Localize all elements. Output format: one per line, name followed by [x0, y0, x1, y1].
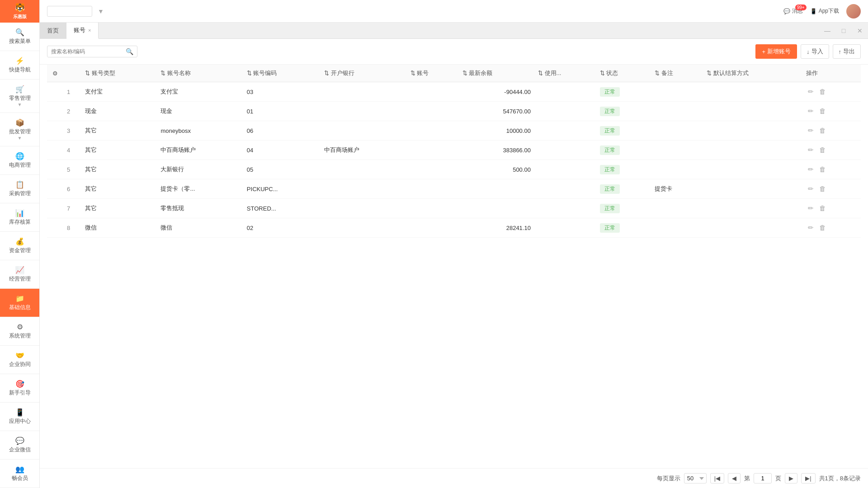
- sidebar-item-wholesale[interactable]: 📦 批发管理 ▼: [0, 113, 39, 146]
- table-row: 8 微信 微信 02 28241.10 正常 ✏ 🗑: [47, 218, 861, 238]
- col-bank[interactable]: ⇅ 开户银行: [321, 65, 406, 82]
- sidebar-item-operations[interactable]: 📈 经营管理: [0, 260, 39, 289]
- edit-btn[interactable]: ✏: [806, 87, 816, 97]
- tab-account[interactable]: 账号 ×: [66, 23, 99, 39]
- delete-btn[interactable]: 🗑: [817, 164, 828, 174]
- topbar-dropdown-icon[interactable]: ▼: [98, 8, 104, 15]
- sidebar-item-app-center[interactable]: 📱 应用中心: [0, 403, 39, 431]
- sidebar-item-shortcuts[interactable]: ⚡ 快捷导航: [0, 51, 39, 80]
- topbar-search-input[interactable]: [47, 6, 92, 17]
- delete-btn[interactable]: 🗑: [817, 126, 828, 135]
- add-account-btn[interactable]: + 新增账号: [755, 44, 797, 59]
- search-icon[interactable]: 🔍: [126, 48, 133, 55]
- col-status[interactable]: ⇅ 状态: [596, 65, 651, 82]
- edit-btn[interactable]: ✏: [806, 184, 816, 194]
- app-download-btn[interactable]: 📱 App下载: [810, 7, 839, 15]
- user-avatar[interactable]: [846, 4, 861, 19]
- last-page-btn[interactable]: ▶|: [801, 473, 815, 483]
- sidebar-item-search[interactable]: 🔍 搜索菜单: [0, 23, 39, 51]
- page-input[interactable]: [754, 473, 772, 483]
- edit-btn[interactable]: ✏: [806, 126, 816, 136]
- content-toolbar: 🔍 + 新增账号 ↓ 导入 ↑ 导出: [40, 39, 868, 65]
- delete-btn[interactable]: 🗑: [817, 106, 828, 116]
- delete-btn[interactable]: 🗑: [817, 87, 828, 96]
- sidebar-item-system[interactable]: ⚙ 系统管理: [0, 317, 39, 346]
- basic-info-icon: 📁: [2, 294, 38, 303]
- window-minimize-btn[interactable]: —: [819, 23, 835, 39]
- col-balance[interactable]: ⇅ 最新余额: [459, 65, 534, 82]
- row-code: 02: [243, 218, 321, 238]
- delete-btn[interactable]: 🗑: [817, 145, 828, 155]
- delete-btn[interactable]: 🗑: [817, 223, 828, 232]
- sidebar-item-label: 采购管理: [9, 190, 31, 197]
- prev-page-btn[interactable]: ◀: [728, 473, 741, 483]
- search-icon: 🔍: [2, 28, 38, 37]
- add-icon: +: [762, 48, 765, 55]
- col-account[interactable]: ⇅ 账号: [407, 65, 459, 82]
- row-account: [407, 199, 459, 218]
- message-icon: 💬: [783, 8, 790, 14]
- sidebar-item-label: 新手引导: [9, 389, 31, 396]
- window-maximize-btn[interactable]: □: [835, 23, 852, 39]
- enterprise-wechat-icon: 💬: [2, 436, 38, 445]
- sidebar-item-member[interactable]: 👥 畅会员: [0, 460, 39, 488]
- delete-btn[interactable]: 🗑: [817, 184, 828, 193]
- tab-close-btn[interactable]: ×: [88, 28, 91, 33]
- col-code[interactable]: ⇅ 账号编码: [243, 65, 321, 82]
- edit-btn[interactable]: ✏: [806, 223, 816, 233]
- row-status: 正常: [596, 121, 651, 141]
- search-input[interactable]: [51, 48, 126, 55]
- row-bank: 中百商场账户: [321, 141, 406, 160]
- sidebar-item-enterprise-wechat[interactable]: 💬 企业微信: [0, 431, 39, 460]
- system-icon: ⚙: [2, 323, 38, 331]
- sidebar-item-label: 经营管理: [9, 276, 31, 282]
- status-badge: 正常: [600, 107, 620, 116]
- message-btn[interactable]: 💬 消息 99+: [783, 7, 803, 15]
- export-btn[interactable]: ↑ 导出: [833, 44, 861, 59]
- import-btn[interactable]: ↓ 导入: [801, 44, 829, 59]
- sidebar-item-guide[interactable]: 🎯 新手引导: [0, 374, 39, 403]
- row-usage: [534, 179, 596, 199]
- row-account: [407, 218, 459, 238]
- total-records: 共1页，8条记录: [819, 474, 861, 483]
- sidebar-item-label: 资金管理: [9, 247, 31, 253]
- sidebar-item-inventory[interactable]: 📊 库存核算: [0, 203, 39, 232]
- export-icon: ↑: [839, 48, 842, 55]
- edit-btn[interactable]: ✏: [806, 145, 816, 155]
- col-note[interactable]: ⇅ 备注: [651, 65, 703, 82]
- edit-btn[interactable]: ✏: [806, 164, 816, 174]
- page-go-label: 页: [775, 474, 781, 483]
- row-index: 5: [63, 160, 81, 179]
- sidebar-item-basic-info[interactable]: 📁 基础信息: [0, 289, 39, 317]
- edit-btn[interactable]: ✏: [806, 203, 816, 213]
- tab-home[interactable]: 首页: [40, 23, 66, 39]
- sidebar-item-ecommerce[interactable]: 🌐 电商管理: [0, 146, 39, 175]
- col-name[interactable]: ⇅ 账号名称: [157, 65, 243, 82]
- row-name: 提货卡（零...: [157, 179, 243, 199]
- sidebar-item-collaboration[interactable]: 🤝 企业协同: [0, 346, 39, 374]
- row-default-settle: [703, 102, 802, 121]
- sidebar: 🐯 乐惠版 🔍 搜索菜单 ⚡ 快捷导航 🛒 零售管理 ▼ 📦 批发管理 ▼ 🌐 …: [0, 0, 40, 488]
- sidebar-item-retail[interactable]: 🛒 零售管理 ▼: [0, 80, 39, 113]
- next-page-btn[interactable]: ▶: [785, 473, 797, 483]
- row-type: 其它: [81, 121, 157, 141]
- table-row: 2 现金 现金 01 547670.00 正常 ✏ 🗑: [47, 102, 861, 121]
- first-page-btn[interactable]: |◀: [710, 473, 724, 483]
- col-gear[interactable]: ⚙: [47, 65, 63, 82]
- per-page-select[interactable]: 50 100 200: [684, 473, 707, 483]
- edit-btn[interactable]: ✏: [806, 106, 816, 116]
- status-badge: 正常: [600, 145, 620, 155]
- sidebar-item-purchase[interactable]: 📋 采购管理: [0, 175, 39, 203]
- window-close-btn[interactable]: ✕: [852, 23, 868, 39]
- row-code: 04: [243, 141, 321, 160]
- table-row: 4 其它 中百商场账户 04 中百商场账户 383866.00 正常 ✏ 🗑: [47, 141, 861, 160]
- sidebar-item-label: 系统管理: [9, 333, 31, 339]
- col-default-settle[interactable]: ⇅ 默认结算方式: [703, 65, 802, 82]
- sidebar-item-finance[interactable]: 💰 资金管理: [0, 232, 39, 260]
- chevron-down-icon: ▼: [18, 136, 22, 141]
- sidebar-item-label: 零售管理: [9, 94, 31, 102]
- delete-btn[interactable]: 🗑: [817, 203, 828, 213]
- row-code: STORED...: [243, 199, 321, 218]
- col-type[interactable]: ⇅ 账号类型: [81, 65, 157, 82]
- col-usage[interactable]: ⇅ 使用...: [534, 65, 596, 82]
